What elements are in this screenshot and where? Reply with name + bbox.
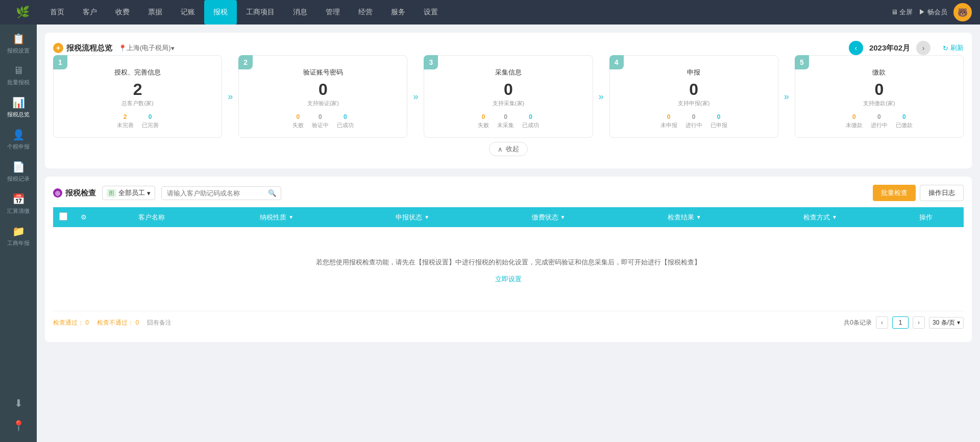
stat-val-5-2: 0 (902, 113, 906, 120)
fail-value[interactable]: 0 (135, 319, 139, 326)
stat-3-0[interactable]: 0 失败 (478, 113, 489, 129)
step-arrow-2: » (407, 91, 424, 102)
sidebar-item-tax-settings[interactable]: 📋 报税设置 (0, 29, 37, 59)
stat-4-1[interactable]: 0 进行中 (685, 113, 702, 129)
stat-val-4-0: 0 (667, 113, 671, 120)
overview-header: + 报税流程总览 📍 上海(电子税局) ▾ ‹ 2023年02月 › ↻ 刷新 (53, 41, 964, 55)
plus-icon: + (53, 43, 63, 53)
stat-4-0[interactable]: 0 未申报 (660, 113, 677, 129)
sidebar-item-download[interactable]: ⬇ (10, 393, 27, 413)
next-page-btn[interactable]: › (913, 316, 925, 329)
th-pay-filter[interactable]: 缴费状态 ▼ (486, 213, 610, 222)
nav-operation[interactable]: 经营 (349, 0, 382, 24)
search-button[interactable]: 🔍 (264, 187, 281, 200)
app-body: 📋 报税设置 🖥 批量报税 📊 报税总览 👤 个税申报 📄 报税记录 📅 汇算清… (0, 24, 980, 442)
sidebar: 📋 报税设置 🖥 批量报税 📊 报税总览 👤 个税申报 📄 报税记录 📅 汇算清… (0, 24, 37, 442)
refresh-icon: ↻ (943, 44, 948, 52)
sidebar-item-annual-report[interactable]: 📁 工商年报 (0, 221, 37, 251)
step-number-5: 5 (795, 55, 809, 69)
th-check-result-filter[interactable]: 检查结果 ▼ (623, 213, 746, 222)
step-number-4: 4 (609, 55, 624, 69)
stat-label-4-1: 进行中 (685, 121, 702, 129)
main-content: + 报税流程总览 📍 上海(电子税局) ▾ ‹ 2023年02月 › ↻ 刷新 (37, 24, 980, 442)
right-actions: 批量检查 操作日志 (873, 185, 964, 201)
stat-1-0[interactable]: 2 未完善 (117, 113, 134, 129)
sidebar-item-tax-record[interactable]: 📄 报税记录 (0, 157, 37, 187)
th-checkbox[interactable] (53, 207, 74, 227)
stat-3-2[interactable]: 0 已成功 (522, 113, 539, 129)
current-month: 2023年02月 (869, 43, 910, 53)
th-tax-type-filter[interactable]: 纳税性质 ▼ (215, 213, 338, 222)
sidebar-bottom: ⬇ 📍 (10, 393, 27, 442)
section-title: ◎ 报税检查 (53, 188, 96, 198)
th-declare-filter[interactable]: 申报状态 ▼ (351, 213, 474, 222)
setup-link[interactable]: 立即设置 (495, 275, 522, 283)
nav-invoice[interactable]: 票据 (139, 0, 172, 24)
filter-icon-method: ▼ (832, 214, 837, 220)
nav-customer[interactable]: 客户 (74, 0, 106, 24)
step-title-2: 验证账号密码 (303, 68, 343, 77)
filter-select[interactable]: 图 全部员工 ▾ (102, 186, 155, 200)
location-tag[interactable]: 📍 上海(电子税局) ▾ (118, 43, 175, 53)
refresh-label: 刷新 (950, 43, 964, 53)
stat-2-1[interactable]: 0 验证中 (312, 113, 329, 129)
operation-log-button[interactable]: 操作日志 (920, 185, 964, 201)
th-customer-name: 客户名称 (94, 207, 209, 227)
search-input[interactable] (162, 187, 264, 200)
nav-settings[interactable]: 设置 (414, 0, 447, 24)
nav-business[interactable]: 工商项目 (237, 0, 284, 24)
table-wrap: ⚙ 客户名称 纳税性质 ▼ (53, 207, 964, 309)
stat-5-0[interactable]: 0 未缴款 (846, 113, 863, 129)
current-page: 1 (892, 316, 909, 329)
stat-label-3-1: 未采集 (497, 121, 514, 129)
stat-4-2[interactable]: 0 已申报 (710, 113, 727, 129)
prev-page-btn[interactable]: ‹ (876, 316, 888, 329)
th-check-method-filter[interactable]: 检查方式 ▼ (758, 213, 882, 222)
per-page-select[interactable]: 30 条/页 ▾ (929, 317, 964, 329)
step-arrow-1: » (222, 91, 238, 102)
step-arrow-3: » (593, 91, 609, 102)
th-settings[interactable]: ⚙ (74, 207, 94, 227)
stat-3-1[interactable]: 0 未采集 (497, 113, 514, 129)
prev-month-btn[interactable]: ‹ (849, 41, 863, 55)
nav-message[interactable]: 消息 (284, 0, 316, 24)
collapse-icon: ∧ (498, 145, 503, 153)
member-btn[interactable]: ▶ 畅会员 (919, 8, 947, 17)
collapse-btn[interactable]: ∧ 收起 (489, 142, 528, 156)
batch-check-button[interactable]: 批量检查 (873, 185, 916, 201)
tax-overview-icon: 📊 (12, 96, 25, 109)
stat-val-2-0: 0 (296, 113, 300, 120)
top-nav: 🌿 首页 客户 收费 票据 记账 报税 工商项目 消息 管理 经营 服务 设置 … (0, 0, 980, 24)
nav-bookkeeping[interactable]: 记账 (172, 0, 204, 24)
fullscreen-btn[interactable]: 🖥 全屏 (891, 8, 913, 17)
stat-val-3-0: 0 (482, 113, 485, 120)
step-label-2: 支持验证(家) (307, 100, 339, 107)
nav-service[interactable]: 服务 (382, 0, 414, 24)
step-number-1: 1 (53, 55, 67, 69)
stat-2-2[interactable]: 0 已成功 (337, 113, 354, 129)
stat-2-0[interactable]: 0 失败 (292, 113, 304, 129)
sidebar-item-reconciliation[interactable]: 📅 汇算清缴 (0, 189, 37, 219)
stat-5-1[interactable]: 0 进行中 (871, 113, 888, 129)
nav-management[interactable]: 管理 (316, 0, 349, 24)
stat-5-2[interactable]: 0 已缴款 (896, 113, 913, 129)
pass-value[interactable]: 0 (85, 319, 89, 326)
nav-home[interactable]: 首页 (41, 0, 74, 24)
note-label: 囧有备注 (147, 318, 172, 327)
sidebar-item-location[interactable]: 📍 (10, 415, 27, 436)
refresh-btn[interactable]: ↻ 刷新 (943, 43, 964, 53)
sidebar-item-batch-tax[interactable]: 🖥 批量报税 (0, 61, 37, 90)
stat-label-4-2: 已申报 (710, 121, 727, 129)
header-checkbox[interactable] (59, 212, 67, 220)
filter-label: 全部员工 (118, 188, 145, 198)
avatar[interactable]: 🐻 (953, 3, 972, 21)
nav-tax[interactable]: 报税 (204, 0, 237, 24)
sidebar-item-personal-tax[interactable]: 👤 个税申报 (0, 125, 37, 155)
tax-check-card: ◎ 报税检查 图 全部员工 ▾ 🔍 批量检查 操作日志 (45, 177, 972, 342)
sidebar-item-tax-overview[interactable]: 📊 报税总览 (0, 92, 37, 122)
next-month-btn[interactable]: › (916, 41, 930, 55)
nav-fee[interactable]: 收费 (106, 0, 139, 24)
stat-1-1[interactable]: 0 已完善 (142, 113, 159, 129)
step-stats-5: 0 未缴款 0 进行中 0 已缴款 (846, 113, 913, 129)
step-card-3: 3 采集信息 0 支持采集(家) 0 失败 0 未采集 (424, 55, 593, 138)
